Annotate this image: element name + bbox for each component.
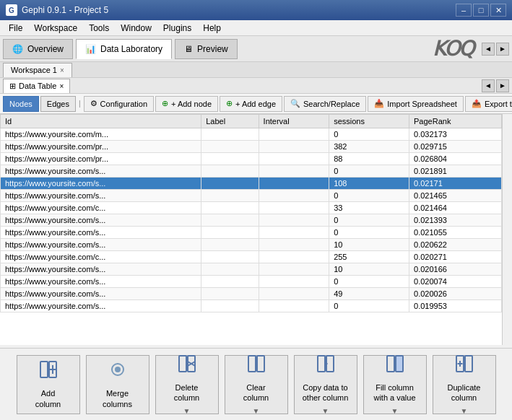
table-row[interactable]: https://www.yoursite.com/pr...880.026804 bbox=[1, 153, 502, 165]
panel-tab-close[interactable]: × bbox=[59, 82, 64, 90]
separator: | bbox=[79, 100, 81, 108]
table-row[interactable]: https://www.yoursite.com/s...00.021055 bbox=[1, 227, 502, 239]
nav-overview[interactable]: 🌐 Overview bbox=[3, 39, 73, 59]
table-row[interactable]: https://www.yoursite.com/s...490.020026 bbox=[1, 288, 502, 300]
menu-plugins[interactable]: Plugins bbox=[157, 20, 197, 35]
window-controls: – □ ✕ bbox=[456, 4, 506, 17]
table-cell: 0 bbox=[329, 190, 409, 202]
search-replace-button[interactable]: 🔍 Search/Replace bbox=[284, 96, 366, 112]
toolbar: Nodes Edges | ⚙ Configuration ⊕ + Add no… bbox=[0, 94, 512, 114]
table-cell bbox=[259, 276, 329, 288]
add-node-button[interactable]: ⊕ + Add node bbox=[155, 96, 218, 112]
menu-file[interactable]: File bbox=[3, 20, 28, 35]
table-cell: 0.026804 bbox=[409, 153, 502, 165]
workspace-tab[interactable]: Workspace 1 × bbox=[3, 63, 72, 77]
nav-next-arrow[interactable]: ► bbox=[496, 43, 509, 56]
table-cell bbox=[259, 190, 329, 202]
delete-column-dropdown: ▼ bbox=[183, 407, 191, 415]
table-cell: 0.020166 bbox=[409, 263, 502, 276]
svg-rect-18 bbox=[465, 356, 472, 372]
table-row[interactable]: https://www.yoursite.com/m...00.032173 bbox=[1, 128, 502, 141]
table-cell: 10 bbox=[329, 239, 409, 251]
table-row[interactable]: https://www.yoursite.com/s...100.020166 bbox=[1, 263, 502, 276]
table-cell: 0.020271 bbox=[409, 251, 502, 263]
add-edge-button[interactable]: ⊕ + Add edge bbox=[220, 96, 282, 112]
table-row[interactable]: https://www.yoursite.com/s...00.021393 bbox=[1, 214, 502, 227]
table-row[interactable]: https://www.yoursite.com/c...2550.020271 bbox=[1, 251, 502, 263]
vertical-scrollbar[interactable] bbox=[502, 114, 512, 345]
svg-rect-11 bbox=[257, 356, 264, 372]
delete-column-button[interactable]: Deletecolumn ▼ bbox=[155, 355, 219, 414]
table-cell: https://www.yoursite.com/s... bbox=[1, 190, 201, 202]
table-header-row: Id Label Interval sessions PageRank bbox=[1, 115, 502, 128]
table-cell: https://www.yoursite.com/s... bbox=[1, 239, 201, 251]
nav-preview[interactable]: 🖥 Preview bbox=[175, 39, 238, 59]
table-row[interactable]: https://www.yoursite.com/pr...3820.02971… bbox=[1, 141, 502, 153]
data-table-tab[interactable]: ⊞ Data Table × bbox=[3, 79, 70, 93]
table-cell: 0.021055 bbox=[409, 227, 502, 239]
table-cell: https://www.yoursite.com/s... bbox=[1, 178, 201, 190]
nav-scroll-arrows: ◄ ► bbox=[482, 43, 509, 56]
table-cell: 0.020026 bbox=[409, 288, 502, 300]
export-table-button[interactable]: 📤 Export table bbox=[465, 96, 512, 112]
table-cell bbox=[259, 202, 329, 214]
menu-tools[interactable]: Tools bbox=[83, 20, 115, 35]
clear-column-icon bbox=[246, 354, 266, 378]
table-row[interactable]: https://www.yoursite.com/s...1080.02171 bbox=[1, 178, 502, 190]
action-bar: Addcolumn Mergecolumns Deletecolumn ▼ Cl… bbox=[0, 348, 512, 420]
merge-columns-button[interactable]: Mergecolumns bbox=[86, 355, 149, 414]
table-cell bbox=[259, 288, 329, 300]
table-cell: 0 bbox=[329, 227, 409, 239]
table-cell: 255 bbox=[329, 251, 409, 263]
panel-next-arrow[interactable]: ► bbox=[496, 79, 509, 92]
nav-prev-arrow[interactable]: ◄ bbox=[482, 43, 495, 56]
tab-edges[interactable]: Edges bbox=[40, 96, 76, 112]
panel-header: ⊞ Data Table × ◄ ► bbox=[0, 78, 512, 94]
maximize-button[interactable]: □ bbox=[473, 4, 489, 17]
panel-prev-arrow[interactable]: ◄ bbox=[482, 79, 495, 92]
duplicate-column-button[interactable]: Duplicatecolumn ▼ bbox=[433, 355, 496, 414]
table-cell bbox=[259, 263, 329, 276]
table-row[interactable]: https://www.yoursite.com/c...330.021464 bbox=[1, 202, 502, 214]
config-icon: ⚙ bbox=[90, 99, 97, 108]
menu-help[interactable]: Help bbox=[197, 20, 227, 35]
title-bar: G Gephi 0.9.1 - Project 5 – □ ✕ bbox=[0, 0, 512, 20]
add-column-icon bbox=[38, 359, 58, 384]
data-table: Id Label Interval sessions PageRank http… bbox=[0, 114, 502, 312]
add-column-button[interactable]: Addcolumn bbox=[17, 355, 80, 414]
window-title: Gephi 0.9.1 - Project 5 bbox=[22, 5, 456, 15]
table-cell bbox=[201, 128, 259, 141]
table-cell: https://www.yoursite.com/s... bbox=[1, 227, 201, 239]
tab-nodes[interactable]: Nodes bbox=[3, 96, 39, 112]
table-cell bbox=[259, 251, 329, 263]
clear-column-button[interactable]: Clearcolumn ▼ bbox=[225, 355, 288, 414]
table-cell bbox=[201, 288, 259, 300]
table-row[interactable]: https://www.yoursite.com/s...00.020074 bbox=[1, 276, 502, 288]
table-cell bbox=[259, 239, 329, 251]
data-table-container[interactable]: Id Label Interval sessions PageRank http… bbox=[0, 114, 502, 345]
clear-column-label: Clearcolumn bbox=[243, 382, 269, 403]
config-button[interactable]: ⚙ Configuration bbox=[84, 96, 154, 112]
main-content: Id Label Interval sessions PageRank http… bbox=[0, 114, 512, 420]
workspace-tab-close[interactable]: × bbox=[60, 66, 64, 74]
table-row[interactable]: https://www.yoursite.com/s...00.021465 bbox=[1, 190, 502, 202]
fill-column-button[interactable]: Fill columnwith a value ▼ bbox=[363, 355, 427, 414]
table-cell bbox=[201, 214, 259, 227]
nav-data-lab[interactable]: 📊 Data Laboratory bbox=[76, 39, 172, 59]
minimize-button[interactable]: – bbox=[456, 4, 472, 17]
close-button[interactable]: ✕ bbox=[490, 4, 506, 17]
menu-workspace[interactable]: Workspace bbox=[28, 20, 83, 35]
table-row[interactable]: https://www.yoursite.com/s...00.019953 bbox=[1, 300, 502, 312]
table-row[interactable]: https://www.yoursite.com/s...00.021891 bbox=[1, 165, 502, 178]
panel-tab-label: Data Table bbox=[19, 82, 56, 90]
fill-column-icon bbox=[385, 354, 405, 378]
copy-data-button[interactable]: Copy data toother column ▼ bbox=[294, 355, 357, 414]
menu-window[interactable]: Window bbox=[115, 20, 157, 35]
table-cell: https://www.yoursite.com/c... bbox=[1, 202, 201, 214]
menu-bar: File Workspace Tools Window Plugins Help bbox=[0, 20, 512, 36]
import-spreadsheet-button[interactable]: 📥 Import Spreadsheet bbox=[368, 96, 464, 112]
table-cell: https://www.yoursite.com/m... bbox=[1, 128, 201, 141]
table-cell bbox=[259, 141, 329, 153]
svg-rect-6 bbox=[179, 356, 186, 372]
table-row[interactable]: https://www.yoursite.com/s...100.020622 bbox=[1, 239, 502, 251]
